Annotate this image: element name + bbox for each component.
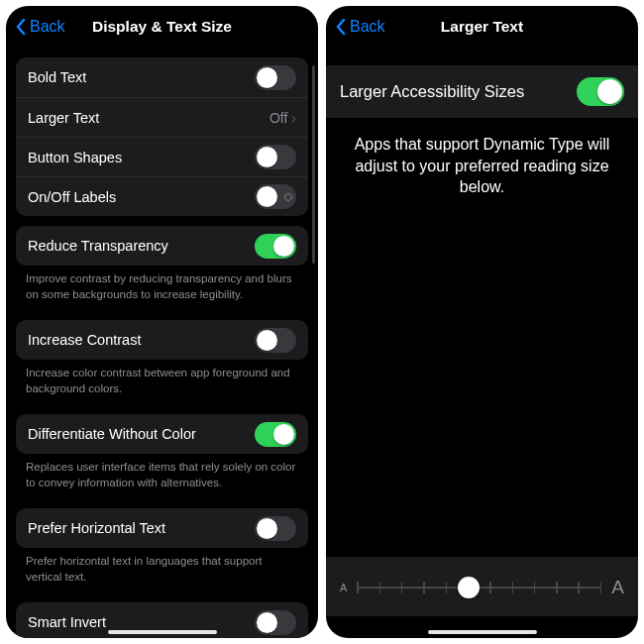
scrollbar[interactable] <box>312 65 315 264</box>
switch-larger-accessibility-sizes[interactable] <box>577 77 624 106</box>
switch-horizontal-text[interactable] <box>255 516 296 541</box>
footer-horizontal-text: Prefer horizontal text in languages that… <box>6 548 318 592</box>
text-size-slider-panel: A A <box>326 557 638 616</box>
slider-thumb[interactable] <box>458 577 480 598</box>
row-label: Prefer Horizontal Text <box>28 520 255 536</box>
row-label: Button Shapes <box>28 150 255 165</box>
row-differentiate[interactable]: Differentiate Without Color <box>16 414 308 454</box>
chevron-left-icon <box>334 18 348 36</box>
row-on-off-labels[interactable]: On/Off Labels <box>16 176 308 216</box>
switch-smart-invert[interactable] <box>255 610 296 635</box>
row-value: Off <box>269 110 287 126</box>
group-horizontal-text: Prefer Horizontal Text <box>16 508 308 548</box>
row-label: Smart Invert <box>28 614 255 630</box>
home-indicator[interactable] <box>108 630 217 634</box>
row-reduce-transparency[interactable]: Reduce Transparency <box>16 226 308 266</box>
row-label: Bold Text <box>28 69 255 85</box>
switch-on-off-labels[interactable] <box>255 184 296 209</box>
slider-ticks <box>357 582 601 593</box>
group-text-options: Bold Text Larger Text Off › Button Shape… <box>16 57 308 216</box>
switch-bold-text[interactable] <box>255 65 296 90</box>
navbar: Back Display & Text Size <box>6 6 318 48</box>
switch-differentiate[interactable] <box>255 422 296 447</box>
back-label: Back <box>30 18 65 36</box>
row-horizontal-text[interactable]: Prefer Horizontal Text <box>16 508 308 548</box>
switch-button-shapes[interactable] <box>255 145 296 169</box>
letter-a-large-icon: A <box>611 577 624 598</box>
group-increase-contrast: Increase Contrast <box>16 320 308 360</box>
description-text: Apps that support Dynamic Type will adju… <box>326 118 638 214</box>
chevron-right-icon: › <box>291 110 296 126</box>
row-larger-text[interactable]: Larger Text Off › <box>16 97 308 137</box>
footer-increase-contrast: Increase color contrast between app fore… <box>6 360 318 404</box>
back-button[interactable]: Back <box>334 18 385 36</box>
back-button[interactable]: Back <box>14 18 65 36</box>
settings-content: Bold Text Larger Text Off › Button Shape… <box>6 48 318 638</box>
row-label: Larger Accessibility Sizes <box>340 82 577 101</box>
row-label: Reduce Transparency <box>28 238 255 254</box>
circle-icon <box>284 193 292 201</box>
row-label: On/Off Labels <box>28 189 255 205</box>
chevron-left-icon <box>14 18 28 36</box>
larger-text-content: Larger Accessibility Sizes Apps that sup… <box>326 48 638 638</box>
home-indicator[interactable] <box>428 630 537 634</box>
text-size-slider[interactable] <box>357 578 601 597</box>
row-increase-contrast[interactable]: Increase Contrast <box>16 320 308 360</box>
footer-reduce-transparency: Improve contrast by reducing transparenc… <box>6 266 318 310</box>
group-differentiate: Differentiate Without Color <box>16 414 308 454</box>
navbar: Back Larger Text <box>326 6 638 48</box>
back-label: Back <box>350 18 385 36</box>
row-label: Increase Contrast <box>28 332 255 348</box>
footer-differentiate: Replaces user interface items that rely … <box>6 454 318 498</box>
row-larger-accessibility-sizes[interactable]: Larger Accessibility Sizes <box>326 65 638 118</box>
switch-reduce-transparency[interactable] <box>255 234 296 259</box>
group-reduce-transparency: Reduce Transparency <box>16 226 308 266</box>
row-label: Differentiate Without Color <box>28 426 255 442</box>
row-label: Larger Text <box>28 110 269 126</box>
phone-display-text-size: Back Display & Text Size Bold Text Large… <box>6 6 318 638</box>
switch-increase-contrast[interactable] <box>255 328 296 353</box>
letter-a-small-icon: A <box>340 582 347 593</box>
row-bold-text[interactable]: Bold Text <box>16 57 308 97</box>
phone-larger-text: Back Larger Text Larger Accessibility Si… <box>326 6 638 638</box>
row-button-shapes[interactable]: Button Shapes <box>16 137 308 176</box>
